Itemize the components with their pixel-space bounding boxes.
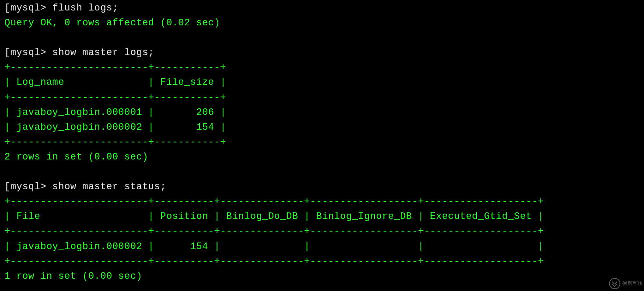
terminal-line: 1 row in set (0.00 sec) [4,269,640,284]
svg-point-0 [609,278,620,289]
terminal-line [4,31,640,45]
terminal-line: +-----------------------+-----------+ [4,60,640,75]
watermark: 创新互联 [609,278,642,289]
terminal-line: +-----------------------+----------+----… [4,224,640,239]
terminal-line: Query OK, 0 rows affected (0.02 sec) [4,16,640,31]
terminal-line: +-----------------------+-----------+ [4,135,640,150]
terminal-line: +-----------------------+----------+----… [4,194,640,209]
terminal-line: 2 rows in set (0.00 sec) [4,150,640,165]
terminal-line: | File | Position | Binlog_Do_DB | Binlo… [4,209,640,224]
terminal-line: [mysql> flush logs; [4,1,640,16]
terminal-line: [mysql> show master status; [4,180,640,194]
terminal-line [4,165,640,180]
terminal-line: | javaboy_logbin.000002 | 154 | [4,120,640,135]
terminal-line: [mysql> show master logs; [4,45,640,60]
terminal-line: | javaboy_logbin.000002 | 154 | | | | [4,239,640,254]
terminal-line: | javaboy_logbin.000001 | 206 | [4,105,640,120]
terminal-line: | Log_name | File_size | [4,75,640,90]
watermark-logo-icon [609,278,620,289]
terminal-line: +-----------------------+-----------+ [4,90,640,105]
terminal-output: [mysql> flush logs;Query OK, 0 rows affe… [0,0,644,285]
watermark-text: 创新互联 [622,280,642,287]
terminal-line: +-----------------------+----------+----… [4,254,640,269]
